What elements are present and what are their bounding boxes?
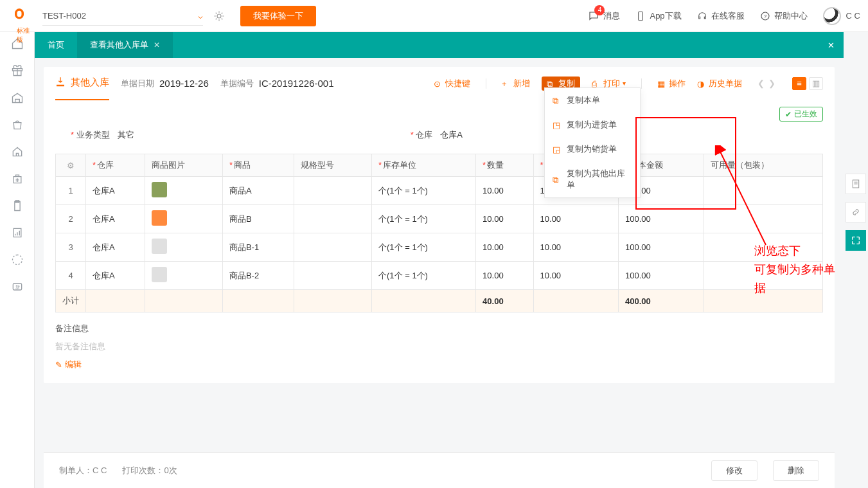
remark-empty: 暂无备注信息: [55, 341, 823, 352]
cell-warehouse: 仓库A: [86, 233, 145, 262]
cell-qty: 10.00: [476, 177, 533, 205]
grid-icon: ▦: [657, 79, 666, 88]
gift-icon[interactable]: [11, 64, 24, 77]
copy-as-purchase[interactable]: ◳复制为进货单: [545, 113, 640, 137]
cell-unit: 个(1个 = 1个): [372, 177, 476, 205]
copy-as-outbound[interactable]: ⧉复制为其他出库单: [545, 161, 640, 197]
tab-current[interactable]: 查看其他入库单 ✕: [77, 32, 173, 58]
doc-number: 单据编号 IC-20191226-001: [220, 78, 334, 89]
next-record[interactable]: ❯: [768, 78, 775, 88]
messages-button[interactable]: 4 消息: [588, 10, 620, 22]
cell-price: 10.00: [533, 205, 619, 233]
cell-warehouse: 仓库A: [86, 177, 145, 205]
delete-button[interactable]: 删除: [773, 460, 819, 481]
document-header: 其他入库 单据日期 2019-12-26 单据编号 IC-20191226-00…: [55, 67, 823, 100]
user-name[interactable]: C C: [846, 11, 860, 21]
biz-type-field: * 业务类型 其它: [71, 129, 134, 141]
cell-product: 商品B-2: [222, 262, 294, 290]
document-type-tab[interactable]: 其他入库: [55, 67, 109, 100]
copy-as-sales[interactable]: ◲复制为销货单: [545, 137, 640, 161]
cell-price: 10.00: [533, 262, 619, 290]
cell-amount: 100.00: [619, 233, 704, 262]
house-icon[interactable]: [11, 145, 24, 158]
app-download-button[interactable]: App下载: [635, 10, 681, 22]
copy-icon: ⧉: [553, 96, 562, 105]
cell-warehouse: 仓库A: [86, 262, 145, 290]
close-all-tabs[interactable]: ✕: [818, 32, 844, 58]
gear-icon[interactable]: [213, 10, 225, 22]
org-name: TEST-H002: [42, 11, 86, 21]
gear-icon[interactable]: ⚙: [67, 161, 75, 170]
left-sidebar: 新: [0, 32, 35, 488]
warehouse-icon[interactable]: [11, 91, 24, 104]
help-icon: ?: [760, 11, 770, 21]
cell-spec: [294, 262, 372, 290]
cell-price: 10.00: [533, 233, 619, 262]
chevron-down-icon: ⌵: [198, 11, 203, 21]
shortcut-button[interactable]: ⊙快捷键: [434, 78, 470, 89]
table-row[interactable]: 2仓库A商品B个(1个 = 1个)10.0010.00100.00: [56, 205, 823, 233]
report-icon[interactable]: [11, 226, 24, 239]
edit-icon: ✎: [55, 360, 62, 370]
cell-avail: [704, 177, 822, 205]
money-icon[interactable]: [11, 172, 24, 185]
table-row[interactable]: 1仓库A商品A个(1个 = 1个)10.0010.00100.00: [56, 177, 823, 205]
expand-icon[interactable]: [846, 230, 866, 251]
product-thumb: [152, 267, 167, 282]
cell-spec: [294, 205, 372, 233]
message-badge: 4: [594, 5, 605, 15]
modify-button[interactable]: 修改: [711, 460, 757, 481]
cell-product: 商品B: [222, 205, 294, 233]
avatar[interactable]: [823, 7, 841, 25]
bag-icon[interactable]: [11, 118, 24, 131]
table-row[interactable]: 3仓库A商品B-1个(1个 = 1个)10.0010.00100.00: [56, 233, 823, 262]
cell-spec: [294, 177, 372, 205]
prev-record[interactable]: ❮: [757, 78, 765, 88]
clipboard-icon[interactable]: [11, 199, 24, 212]
actions-button[interactable]: ▦操作: [657, 78, 686, 89]
note-icon[interactable]: [846, 174, 866, 194]
copy-icon: ⧉: [547, 79, 556, 88]
product-thumb: [152, 239, 167, 254]
doc-date: 单据日期 2019-12-26: [121, 78, 209, 89]
sync-icon[interactable]: [11, 253, 24, 266]
svg-text:新: 新: [15, 285, 19, 289]
org-selector[interactable]: TEST-H002 ⌵: [42, 6, 203, 26]
right-rail: [844, 32, 868, 488]
top-bar: 标准版 TEST-H002 ⌵ 我要体验一下 4 消息 App下载 在线客服 ?…: [0, 0, 868, 32]
link-icon[interactable]: [846, 202, 866, 222]
maker-info: 制单人：C C: [59, 465, 107, 476]
remark-title: 备注信息: [55, 323, 823, 334]
try-button[interactable]: 我要体验一下: [240, 6, 316, 26]
plus-icon: +: [502, 79, 511, 88]
cell-image: [145, 233, 223, 262]
cell-avail: [704, 205, 822, 233]
inbound-icon: [55, 77, 66, 89]
subtotal-row: 小计40.00400.00: [56, 290, 823, 312]
edit-remark-button[interactable]: ✎编辑: [55, 359, 823, 370]
copy-dropdown: ⧉复制本单 ◳复制为进货单 ◲复制为销货单 ⧉复制为其他出库单: [544, 87, 641, 198]
row-index: 3: [56, 233, 86, 262]
cell-amount: 100.00: [619, 262, 704, 290]
table-row[interactable]: 4仓库A商品B-2个(1个 = 1个)10.0010.00100.00: [56, 262, 823, 290]
copy-this-doc[interactable]: ⧉复制本单: [545, 88, 640, 113]
tab-home[interactable]: 首页: [35, 32, 77, 58]
history-button[interactable]: ◑历史单据: [697, 78, 742, 89]
purchase-icon: ◳: [553, 120, 562, 129]
form-fields: * 业务类型 其它 * 仓库 仓库A: [55, 125, 823, 154]
new-button[interactable]: +新增: [502, 78, 530, 89]
cell-avail: [704, 262, 822, 290]
shortcut-icon: ⊙: [434, 79, 443, 88]
help-button[interactable]: ? 帮助中心: [760, 10, 808, 22]
cell-product: 商品B-1: [222, 233, 294, 262]
headset-icon: [697, 11, 707, 21]
page-content: 其他入库 单据日期 2019-12-26 单据编号 IC-20191226-00…: [35, 58, 844, 488]
cell-warehouse: 仓库A: [86, 205, 145, 233]
list-view-toggle[interactable]: ≡: [792, 77, 806, 90]
card-view-toggle[interactable]: ▥: [809, 77, 823, 90]
close-icon[interactable]: ✕: [154, 41, 160, 50]
product-thumb: [152, 182, 167, 197]
new-icon[interactable]: 新: [11, 280, 24, 293]
support-button[interactable]: 在线客服: [697, 10, 745, 22]
cell-image: [145, 205, 223, 233]
